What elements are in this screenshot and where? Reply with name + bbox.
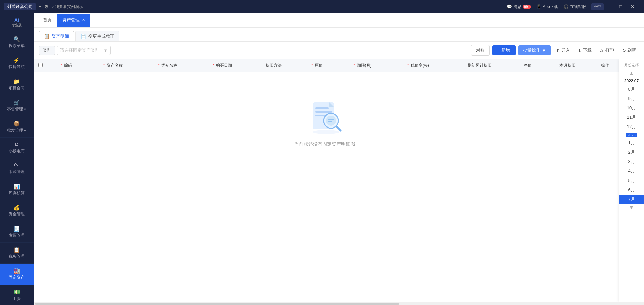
inventory-icon: 📊 [13,183,20,190]
month-item-4[interactable]: 4月 [619,166,644,176]
bottom-scrollbar[interactable] [34,302,644,305]
add-button[interactable]: + 新增 [492,45,516,55]
sidebar-item-search[interactable]: 🔍 搜索菜单 [0,32,34,53]
quicknav-icon: ⚡ [13,57,20,63]
detail-tab-icon: 📋 [44,34,50,39]
sidebar-item-tax[interactable]: 📋 税务管理 [0,243,34,264]
svg-line-7 [336,126,341,131]
tab-asset-label: 资产管理 [62,17,80,23]
month-item-10[interactable]: 10月 [619,103,644,113]
table-container: * 编码 * 资产名称 * 类别名称 [34,59,619,302]
sidebar-item-salary[interactable]: 💵 工资 [0,285,34,305]
page-content: 📋 资产明细 📄 变更生成凭证 类别 请选择固定资产类别 ▼ [34,28,644,305]
tab-asset[interactable]: 资产管理 ✕ [57,14,90,27]
salary-icon: 💵 [13,289,20,295]
import-icon: ⬆ [556,48,560,53]
app-logo-text: Ai [3,17,31,23]
download-icon: ⬇ [578,48,582,53]
month-year-display: 2022.07 [624,77,639,85]
download-button[interactable]: ⬇ 下载 [575,46,594,55]
tab-home-label: 首页 [43,17,52,23]
month-down-arrow[interactable]: ▼ [627,204,636,211]
batch-button[interactable]: 批量操作 ▼ [518,45,551,55]
month-item-3[interactable]: 3月 [619,157,644,166]
print-button[interactable]: 🖨 打印 [597,46,617,55]
th-name: * 资产名称 [86,59,140,72]
category-filter-select[interactable]: 请选择固定资产类别 ▼ [57,46,111,55]
app-edition: 专业版 [3,23,31,28]
sidebar-item-ecommerce[interactable]: 🖥 小畅电商 [0,138,34,158]
minimize-button[interactable]: ─ [604,2,613,11]
main-layout: Ai 专业版 🔍 搜索菜单 ⚡ 快捷导航 📁 项目合同 🛒 零售管理 ▼ 📦 批… [0,13,644,305]
online-service-button[interactable]: 🎧 在线客服 [564,4,586,10]
empty-state-cell: 当前您还没有固定资产明细哦~ [34,72,619,171]
th-category: * 类别名称 [140,59,195,72]
batch-label-row: 批发管理 ▼ [7,128,27,133]
subtab-voucher[interactable]: 📄 变更生成凭证 [75,31,119,41]
retail-icon: 🛒 [13,99,20,106]
th-checkbox [34,59,47,72]
sidebar-item-retail[interactable]: 🛒 零售管理 ▼ [0,95,34,116]
empty-text: 当前您还没有固定资产明细哦~ [294,141,358,147]
subtab-detail[interactable]: 📋 资产明细 [39,31,74,41]
select-all-checkbox[interactable] [38,63,43,67]
top-bar-left: 测试账套公司 ▼ ⚙ ○ 我要看实例演示 [4,3,507,10]
sidebar-item-finance[interactable]: 💰 资金管理 [0,200,34,221]
month-item-1[interactable]: 1月 [619,138,644,148]
close-button[interactable]: ✕ [628,2,637,11]
month-item-5[interactable]: 5月 [619,176,644,185]
sidebar-item-project[interactable]: 📁 项目合同 [0,74,34,95]
sidebar-item-fixedasset[interactable]: 🏭 固定资产 [0,264,34,285]
month-item-9[interactable]: 9月 [619,94,644,103]
subtab-detail-label: 资产明细 [52,33,69,39]
tab-home[interactable]: 首页 [38,14,57,27]
reconcile-button[interactable]: 对账 [471,45,490,56]
th-net-value: 净值 [512,59,543,72]
month-item-2[interactable]: 2月 [619,148,644,157]
month-item-11[interactable]: 11月 [619,113,644,122]
th-depreciation-method: 折旧方法 [250,59,298,72]
tab-close-icon[interactable]: ✕ [82,18,85,22]
content-area: 首页 资产管理 ✕ 📋 资产明细 📄 变更生成凭证 [34,13,644,305]
phone-icon: 📱 [536,4,541,9]
month-item-6[interactable]: 6月 [619,185,644,195]
category-filter-arrow: ▼ [103,48,108,53]
sidebar-label-search: 搜索菜单 [9,43,25,49]
sidebar-item-batch[interactable]: 📦 批发管理 ▼ [0,116,34,138]
svg-rect-2 [315,107,329,109]
th-purchase-date: * 购买日期 [195,59,250,72]
retail-label-row: 零售管理 ▼ [7,106,27,112]
demo-icon: ○ [51,4,54,9]
toolbar-right: 对账 + 新增 批量操作 ▼ ⬆ 导入 ⬇ 下载 🖨 [471,45,639,56]
batch-arrow-icon: ▼ [24,129,27,132]
sidebar-item-inventory[interactable]: 📊 库存核算 [0,179,34,200]
app-download-button[interactable]: 📱 App下载 [536,4,558,10]
demo-link[interactable]: ○ 我要看实例演示 [51,4,83,10]
batch-arrow-icon: ▼ [542,48,546,53]
sidebar-item-invoice[interactable]: 🧾 发票管理 [0,221,34,243]
month-item-7-selected[interactable]: 7月 [619,195,644,204]
retail-arrow-icon: ▼ [24,108,27,111]
company-selector[interactable]: 测试账套公司 [4,3,36,10]
category-filter-placeholder: 请选择固定资产类别 [60,47,99,53]
voucher-tab-icon: 📄 [80,34,86,39]
sidebar-item-quicknav[interactable]: ⚡ 快捷导航 [0,53,34,74]
user-profile[interactable]: 张** [591,3,604,10]
month-item-8[interactable]: 8月 [619,85,644,94]
sidebar-label-quicknav: 快捷导航 [9,64,25,70]
batch-icon: 📦 [13,120,20,127]
sidebar-item-purchase[interactable]: 🛍 采购管理 [0,158,34,179]
import-button[interactable]: ⬆ 导入 [553,46,573,55]
empty-row: 当前您还没有固定资产明细哦~ [34,72,619,171]
maximize-button[interactable]: □ [616,2,625,11]
th-monthly-depreciation: 本月折旧 [544,59,592,72]
month-panel: 月份选择 ▲ 2022.07 8月 9月 10月 11月 12月 2023 1月… [619,59,644,302]
sidebar-label-tax: 税务管理 [9,254,25,259]
settings-icon[interactable]: ⚙ [44,4,49,9]
refresh-button[interactable]: ↻ 刷新 [620,46,639,55]
company-dropdown-icon[interactable]: ▼ [38,5,42,9]
month-item-12[interactable]: 12月 [619,122,644,132]
month-up-arrow[interactable]: ▲ [627,70,636,77]
message-button[interactable]: 💬 消息 99+ [507,4,531,10]
th-residual-rate: * 残值率(%) [388,59,447,72]
